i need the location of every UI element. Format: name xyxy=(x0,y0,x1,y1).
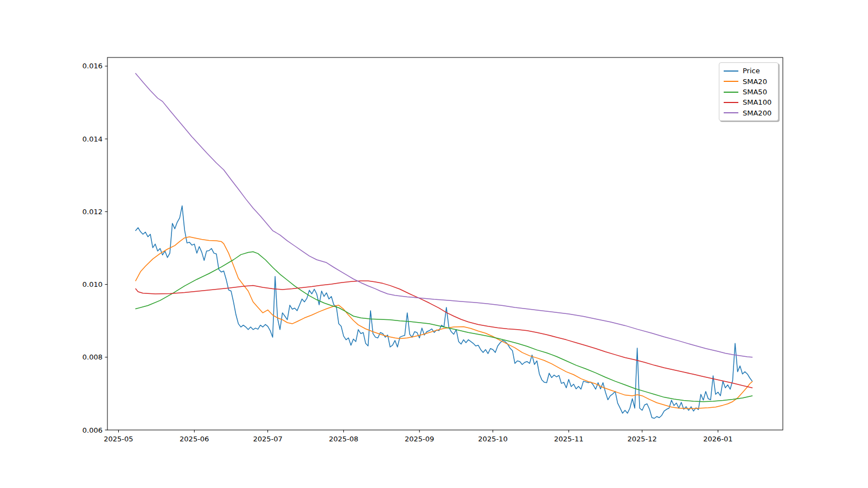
x-tick-label: 2025-07 xyxy=(253,435,282,443)
sma20-line-swatch xyxy=(724,81,738,82)
series-line-sma100 xyxy=(136,281,752,388)
legend-item-sma20: SMA20 xyxy=(724,76,775,86)
x-tick-label: 2025-05 xyxy=(104,435,133,443)
sma200-line-swatch xyxy=(724,112,738,113)
x-tick-label: 2025-06 xyxy=(180,435,209,443)
legend-label-sma20: SMA20 xyxy=(743,78,767,85)
y-tick-label: 0.012 xyxy=(82,208,103,216)
y-tick-label: 0.006 xyxy=(82,426,103,434)
axes-spines xyxy=(107,57,783,430)
legend: Price SMA20 SMA50 SMA100 SMA200 xyxy=(719,62,778,121)
legend-item-price: Price xyxy=(724,66,775,76)
x-tick-label: 2025-10 xyxy=(478,435,507,443)
x-tick-label: 2025-09 xyxy=(405,435,434,443)
sma100-line-swatch xyxy=(724,102,738,103)
chart-figure: 2025-052025-062025-072025-082025-092025-… xyxy=(0,0,868,488)
legend-item-sma50: SMA50 xyxy=(724,87,775,97)
legend-label-sma100: SMA100 xyxy=(743,99,771,106)
y-tick-label: 0.008 xyxy=(82,353,103,361)
series-line-sma50 xyxy=(136,252,752,402)
y-tick-label: 0.016 xyxy=(82,62,103,70)
price-line-swatch xyxy=(724,70,738,72)
legend-item-sma200: SMA200 xyxy=(724,108,775,118)
x-tick-label: 2025-12 xyxy=(627,435,656,443)
x-tick-label: 2026-01 xyxy=(703,435,732,443)
legend-label-sma50: SMA50 xyxy=(743,88,767,95)
legend-label-price: Price xyxy=(743,67,760,74)
x-tick-label: 2025-08 xyxy=(329,435,358,443)
series-line-price xyxy=(136,206,752,419)
y-tick-label: 0.010 xyxy=(82,280,103,288)
sma50-line-swatch xyxy=(724,92,738,93)
series-line-sma200 xyxy=(136,73,752,357)
x-tick-label: 2025-11 xyxy=(554,435,583,443)
legend-label-sma200: SMA200 xyxy=(743,110,771,117)
legend-item-sma100: SMA100 xyxy=(724,97,775,107)
y-tick-label: 0.014 xyxy=(82,135,103,143)
